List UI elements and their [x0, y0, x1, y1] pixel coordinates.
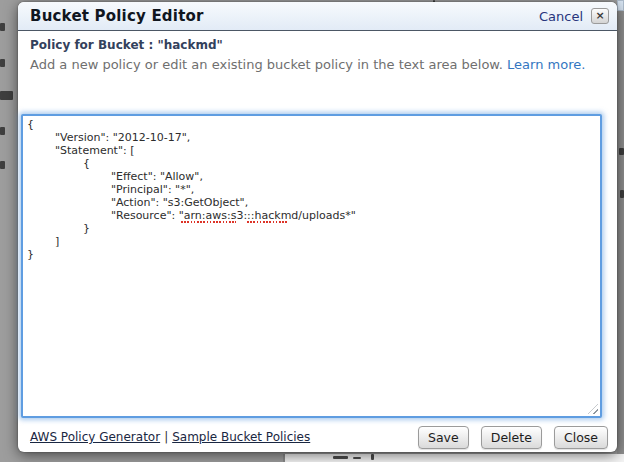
dialog-title: Bucket Policy Editor — [30, 7, 539, 25]
screen: Bucket Policy Editor Cancel × Policy for… — [0, 0, 624, 462]
bucket-policy-editor-dialog: Bucket Policy Editor Cancel × Policy for… — [18, 2, 617, 452]
policy-json-text: { "Version": "2012-10-17", "Statement": … — [23, 116, 600, 263]
spellcheck-underline — [247, 221, 288, 223]
sample-bucket-policies-link[interactable]: Sample Bucket Policies — [172, 430, 310, 444]
aws-policy-generator-link[interactable]: AWS Policy Generator — [30, 430, 160, 444]
close-x-icon[interactable]: × — [591, 8, 609, 24]
policy-textarea[interactable]: { "Version": "2012-10-17", "Statement": … — [21, 114, 602, 418]
backdrop-page-corner — [617, 0, 624, 11]
backdrop-table-divider — [283, 454, 285, 462]
backdrop-fragment — [0, 59, 5, 67]
footer-links: AWS Policy Generator|Sample Bucket Polic… — [30, 430, 310, 444]
delete-button[interactable]: Delete — [481, 426, 542, 449]
cancel-link[interactable]: Cancel — [539, 9, 583, 24]
policy-for-bucket-label: Policy for Bucket : "hackmd" — [30, 38, 223, 52]
dialog-header: Bucket Policy Editor Cancel × — [18, 2, 617, 31]
backdrop-fragment — [0, 23, 5, 31]
dialog-footer: AWS Policy Generator|Sample Bucket Polic… — [30, 425, 608, 449]
backdrop-fragment — [0, 161, 5, 169]
footer-buttons: Save Delete Close — [411, 426, 608, 449]
resize-handle-icon[interactable] — [588, 404, 598, 414]
backdrop-fragment — [619, 148, 624, 155]
backdrop-fragment — [333, 456, 348, 459]
close-button[interactable]: Close — [554, 426, 608, 449]
description-text: Add a new policy or edit an existing buc… — [30, 57, 603, 72]
backdrop-fragment — [371, 454, 374, 460]
backdrop-fragment — [0, 127, 5, 135]
description-body: Add a new policy or edit an existing buc… — [30, 57, 503, 72]
learn-more-link[interactable]: Learn more. — [507, 57, 585, 72]
backdrop-fragment — [620, 190, 624, 198]
link-separator: | — [164, 430, 168, 444]
backdrop-fragment — [0, 91, 13, 100]
backdrop-fragment — [353, 457, 361, 459]
backdrop-right-strip — [617, 0, 624, 462]
save-button[interactable]: Save — [418, 426, 469, 449]
spellcheck-underline — [181, 221, 236, 223]
